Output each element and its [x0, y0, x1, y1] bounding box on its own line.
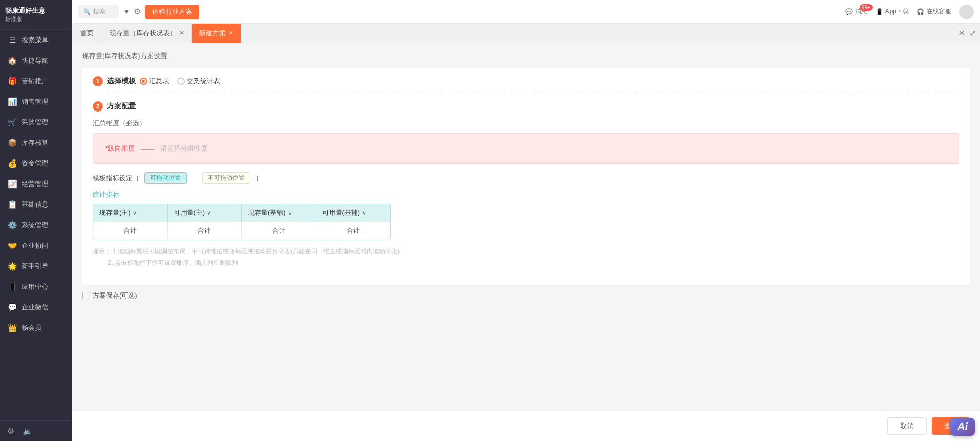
- sidebar-icon-inventory: 📦: [7, 138, 17, 148]
- service-label: 在线客服: [927, 7, 951, 16]
- indicator-badge-sep: ⠀: [192, 174, 197, 182]
- sidebar-item-purchase[interactable]: 🛒采购管理: [0, 112, 72, 133]
- sidebar-item-system[interactable]: ⚙️系统管理: [0, 215, 72, 235]
- ai-badge[interactable]: Ai: [950, 418, 975, 436]
- col-header-available-base[interactable]: 可用量(基辅) ∨: [316, 204, 391, 222]
- sidebar-icon-cooperation: 🤝: [7, 241, 17, 250]
- sidebar-icon-finance: 💰: [7, 159, 17, 168]
- sidebar-item-finance[interactable]: 💰资金管理: [0, 153, 72, 174]
- step2-header: 2 方案配置: [93, 101, 959, 112]
- col-header-available-main[interactable]: 可用量(主) ∨: [168, 204, 242, 222]
- sidebar-item-sales[interactable]: 📊销售管理: [0, 91, 72, 112]
- dimension-dash: ——: [141, 145, 154, 153]
- col-label-available-main: 可用量(主): [174, 208, 205, 217]
- sidebar-item-newbie[interactable]: 🌟新手引导: [0, 256, 72, 277]
- stats-table-body: 合计合计合计合计: [93, 222, 390, 240]
- stats-section: 统计指标 现存量(主) ∨可用量(主) ∨现存量(基辅) ∨可用量(基辅) ∨ …: [93, 190, 959, 240]
- sidebar-icon-system: ⚙️: [7, 220, 17, 230]
- trial-button[interactable]: 体验行业方案: [145, 5, 199, 19]
- sidebar-item-marketing[interactable]: 🎁营销推广: [0, 71, 72, 91]
- col-chevron-available-base[interactable]: ∨: [362, 210, 366, 216]
- message-icon: 💬: [845, 8, 853, 15]
- customer-service-button[interactable]: 🎧 在线客服: [917, 7, 951, 16]
- col-label-available-base: 可用量(基辅): [322, 208, 360, 217]
- topbar-search-box[interactable]: 🔍 搜索: [78, 5, 119, 18]
- stats-title: 统计指标: [93, 190, 959, 199]
- sidebar-item-cooperation[interactable]: 🤝企业协同: [0, 235, 72, 256]
- sidebar-scroll: ☰搜索菜单🏠快捷导航🎁营销推广📊销售管理🛒采购管理📦库存核算💰资金管理📈经营管理…: [0, 30, 72, 420]
- app-download-button[interactable]: 📱 App下载: [876, 7, 909, 16]
- topbar-gear-icon[interactable]: ⚙: [134, 7, 141, 16]
- save-option-row: 方案保存(可选): [82, 285, 970, 300]
- step1-header: 1 选择模板 汇总表 交叉统计表: [93, 76, 959, 86]
- col-header-main-inventory[interactable]: 现存量(主) ∨: [93, 204, 168, 222]
- user-avatar[interactable]: [959, 5, 974, 19]
- sidebar-icon-member: 👑: [7, 323, 17, 333]
- main-area: 🔍 搜索 ▼ ⚙ 体验行业方案 💬 消息 99+ 📱 App下载 🎧 在线客服: [72, 0, 980, 441]
- radio-cross-circle: [177, 78, 185, 85]
- settings-icon[interactable]: ⚙: [7, 426, 14, 436]
- col-chevron-inventory-base[interactable]: ∨: [288, 210, 292, 216]
- search-icon: 🔍: [83, 8, 91, 15]
- messages-button[interactable]: 💬 消息 99+: [845, 7, 867, 16]
- sidebar-label-app-center: 应用中心: [22, 282, 48, 291]
- save-checkbox[interactable]: [82, 292, 89, 299]
- radio-cross[interactable]: 交叉统计表: [177, 77, 220, 86]
- step2-label: 方案配置: [107, 102, 136, 111]
- sidebar-label-sales: 销售管理: [22, 97, 48, 106]
- sidebar-item-basic-info[interactable]: 📋基础信息: [0, 194, 72, 215]
- sidebar-item-search-menu[interactable]: ☰搜索菜单: [0, 30, 72, 50]
- logo-title: 畅康通好生意: [5, 6, 67, 15]
- tab-close-all-icon[interactable]: ✕: [958, 28, 965, 38]
- topbar-right: 💬 消息 99+ 📱 App下载 🎧 在线客服: [845, 5, 974, 19]
- stats-table-header: 现存量(主) ∨可用量(主) ∨现存量(基辅) ∨可用量(基辅) ∨: [93, 204, 390, 222]
- sidebar-item-inventory[interactable]: 📦库存核算: [0, 133, 72, 153]
- sidebar-icon-basic-info: 📋: [7, 200, 17, 209]
- sidebar-label-cooperation: 企业协同: [22, 241, 48, 250]
- col-header-inventory-base[interactable]: 现存量(基辅) ∨: [242, 204, 316, 222]
- sidebar-label-member: 畅会员: [22, 323, 42, 333]
- radio-cross-label: 交叉统计表: [187, 77, 220, 86]
- tab-new-scheme-close[interactable]: ✕: [229, 30, 233, 36]
- sidebar-logo: 畅康通好生意 标准版: [0, 0, 72, 30]
- tips-area: 提示： 1.拖动标题栏可以调整布局，不可跨维度或指标区域拖动栏目字段(只能在同一…: [93, 246, 959, 268]
- col-chevron-available-main[interactable]: ∨: [207, 210, 211, 216]
- col-cell-inventory-base: 合计: [242, 222, 316, 240]
- sidebar-item-operations[interactable]: 📈经营管理: [0, 174, 72, 194]
- sidebar-item-wechat[interactable]: 💬企业微信: [0, 297, 72, 318]
- indicator-badge-draggable: 可拖动位置: [144, 172, 187, 184]
- sidebar-label-search-menu: 搜索菜单: [22, 35, 48, 45]
- col-chevron-main-inventory[interactable]: ∨: [133, 210, 137, 216]
- radio-summary-circle: [140, 78, 147, 85]
- tab-expand-icon[interactable]: ⤢: [969, 28, 976, 38]
- template-radio-group: 汇总表 交叉统计表: [140, 77, 220, 86]
- tab-home[interactable]: 首页: [72, 24, 102, 43]
- radio-summary[interactable]: 汇总表: [140, 77, 169, 86]
- footer: 取消 查询: [72, 411, 980, 441]
- audio-icon[interactable]: 🔈: [23, 426, 33, 436]
- sidebar-item-quick-nav[interactable]: 🏠快捷导航: [0, 50, 72, 71]
- cancel-button[interactable]: 取消: [887, 417, 927, 435]
- stats-table: 现存量(主) ∨可用量(主) ∨现存量(基辅) ∨可用量(基辅) ∨ 合计合计合…: [93, 204, 391, 240]
- sidebar-icon-app-center: 📱: [7, 282, 17, 291]
- logo-sub: 标准版: [5, 15, 67, 23]
- sidebar-icon-quick-nav: 🏠: [7, 56, 17, 65]
- sidebar-icon-wechat: 💬: [7, 303, 17, 312]
- col-cell-main-inventory: 合计: [93, 222, 168, 240]
- tab-inventory-close[interactable]: ✕: [179, 30, 184, 36]
- topbar-left: 🔍 搜索 ▼ ⚙ 体验行业方案: [78, 5, 841, 19]
- tip2-indent: [93, 259, 106, 266]
- tab-new-scheme[interactable]: 新建方案 ✕: [192, 24, 241, 43]
- tab-inventory-status[interactable]: 现存量（库存状况表） ✕: [102, 24, 192, 43]
- tab-inventory-label: 现存量（库存状况表）: [110, 29, 176, 38]
- dropdown-text: ▼: [123, 8, 130, 15]
- sidebar-item-app-center[interactable]: 📱应用中心: [0, 277, 72, 297]
- dimension-area[interactable]: *纵向维度 —— 请选择分组维度: [93, 133, 959, 164]
- scheme-config-card: 1 选择模板 汇总表 交叉统计表 2 方案配置: [82, 68, 970, 285]
- sidebar-icon-newbie: 🌟: [7, 262, 17, 271]
- topbar-dropdown[interactable]: ▼: [123, 8, 130, 15]
- radio-summary-label: 汇总表: [149, 77, 169, 86]
- sidebar-item-member[interactable]: 👑畅会员: [0, 318, 72, 338]
- tip2-row: 2. 点击标题栏下拉可设置排序、插入列和删除列: [93, 258, 959, 269]
- indicator-settings-label: 模板指标设定（: [93, 174, 139, 183]
